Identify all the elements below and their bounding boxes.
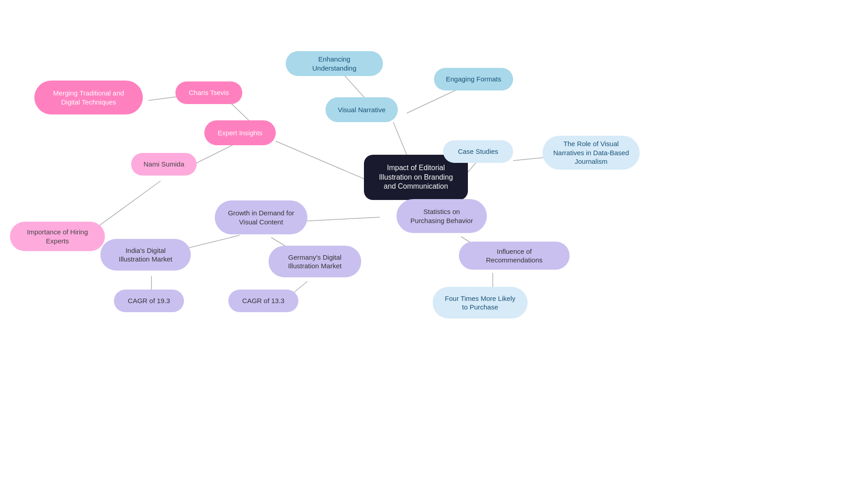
influence-recommendations-node: Influence of Recommendations (459, 242, 570, 270)
expert-insights-node: Expert Insights (204, 120, 276, 145)
four-times-node: Four Times More Likely to Purchase (433, 287, 528, 319)
nami-sumida-node: Nami Sumida (131, 153, 197, 176)
charis-tsevis-node: Charis Tsevis (175, 81, 242, 104)
germany-market-node: Germany's Digital Illustration Market (269, 246, 361, 277)
engaging-formats-node: Engaging Formats (434, 68, 513, 90)
merging-traditional-node: Merging Traditional and Digital Techniqu… (34, 81, 143, 114)
importance-hiring-experts-node: Importance of Hiring Experts (10, 222, 105, 251)
role-visual-narratives-node: The Role of Visual Narratives in Data-Ba… (542, 136, 640, 170)
india-market-node: India's Digital Illustration Market (100, 239, 191, 271)
visual-narrative-node: Visual Narrative (326, 97, 398, 122)
statistics-purchasing-node: Statistics on Purchasing Behavior (396, 199, 487, 233)
case-studies-node: Case Studies (443, 140, 513, 163)
enhancing-understanding-node: Enhancing Understanding (286, 51, 383, 76)
cagr-germany-node: CAGR of 13.3 (228, 290, 298, 312)
svg-line-4 (513, 157, 545, 161)
cagr-india-node: CAGR of 19.3 (114, 290, 184, 312)
svg-line-14 (293, 281, 307, 293)
growth-demand-node: Growth in Demand for Visual Content (215, 200, 307, 234)
